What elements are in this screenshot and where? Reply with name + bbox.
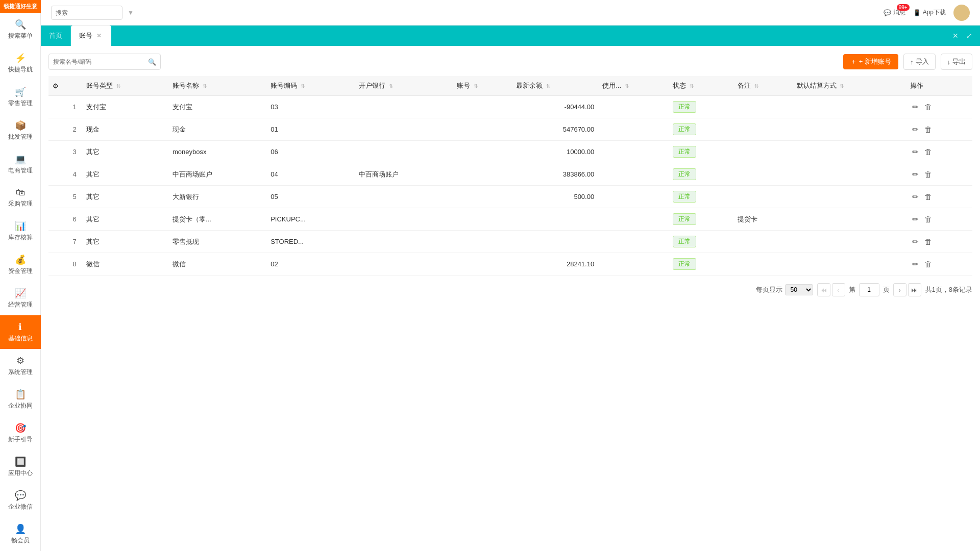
col-name[interactable]: 账号名称 ⇅ — [168, 76, 266, 96]
col-remark[interactable]: 备注 ⇅ — [733, 76, 793, 96]
row-settle — [793, 186, 906, 208]
add-account-button[interactable]: ＋ + 新增账号 — [843, 54, 898, 69]
delete-button[interactable]: 🗑 — [922, 191, 934, 202]
col-type-label: 账号类型 — [86, 82, 113, 89]
row-status: 正常 — [669, 253, 733, 276]
col-type[interactable]: 账号类型 ⇅ — [82, 76, 168, 96]
tab-close-all-icon[interactable]: ✕ — [950, 30, 961, 41]
delete-button[interactable]: 🗑 — [922, 124, 934, 135]
row-balance: -90444.00 — [512, 96, 598, 118]
sidebar-item-label: 快捷导航 — [8, 65, 33, 74]
topbar-search-input[interactable] — [51, 6, 122, 20]
sidebar-item-wechat[interactable]: 💬 企业微信 — [0, 484, 41, 517]
delete-button[interactable]: 🗑 — [922, 236, 934, 247]
edit-button[interactable]: ✏ — [910, 124, 921, 135]
delete-button[interactable]: 🗑 — [922, 259, 934, 269]
tab-expand-icon[interactable]: ⤢ — [964, 30, 975, 41]
col-gear[interactable]: ⚙ — [48, 76, 67, 96]
sidebar-item-label: 零售管理 — [8, 99, 33, 108]
table-row: 5 其它 大新银行 05 500.00 正常 ✏ 🗑 — [48, 186, 972, 208]
col-bank[interactable]: 开户银行 ⇅ — [355, 76, 453, 96]
edit-button[interactable]: ✏ — [910, 102, 921, 113]
row-account — [453, 186, 512, 208]
sidebar-item-label: 畅会员 — [11, 536, 30, 545]
sidebar-item-wholesale[interactable]: 📦 批发管理 — [0, 114, 41, 147]
sidebar-item-purchase[interactable]: 🛍 采购管理 — [0, 181, 41, 214]
row-type: 支付宝 — [82, 96, 168, 118]
page-next-button[interactable]: › — [893, 283, 906, 296]
row-code: 05 — [266, 186, 355, 208]
edit-button[interactable]: ✏ — [910, 169, 921, 180]
import-button[interactable]: ↑ 导入 — [903, 54, 936, 70]
delete-button[interactable]: 🗑 — [922, 214, 934, 224]
sidebar-item-agreement[interactable]: 📋 企业协同 — [0, 383, 41, 416]
sidebar-item-label: 企业协同 — [8, 402, 33, 410]
sidebar-item-appstore[interactable]: 🔲 应用中心 — [0, 450, 41, 484]
row-op: ✏ 🗑 — [906, 118, 972, 141]
page-first-button[interactable]: ⏮ — [817, 283, 830, 296]
sidebar-item-finance[interactable]: 💰 资金管理 — [0, 248, 41, 282]
col-code[interactable]: 账号编码 ⇅ — [266, 76, 355, 96]
page-last-button[interactable]: ⏭ — [908, 283, 921, 296]
col-settle[interactable]: 默认结算方式 ⇅ — [793, 76, 906, 96]
row-gear — [48, 208, 67, 231]
row-gear — [48, 163, 67, 186]
search-icon[interactable]: 🔍 — [148, 58, 156, 66]
edit-button[interactable]: ✏ — [910, 214, 921, 225]
wechat-icon: 💬 — [15, 490, 26, 501]
row-num: 8 — [67, 253, 82, 276]
tab-close-icon[interactable]: ✕ — [95, 32, 103, 39]
col-usage[interactable]: 使用... ⇅ — [598, 76, 669, 96]
edit-button[interactable]: ✏ — [910, 146, 921, 158]
tabbar-actions: ✕ ⤢ — [950, 30, 980, 41]
tab-home[interactable]: 首页 — [41, 26, 71, 46]
sidebar-item-system[interactable]: ⚙ 系统管理 — [0, 349, 41, 383]
col-status[interactable]: 状态 ⇅ — [669, 76, 733, 96]
sort-icon: ⇅ — [116, 83, 120, 89]
edit-button[interactable]: ✏ — [910, 191, 921, 203]
app-download-button[interactable]: 📱 App下载 — [913, 8, 946, 17]
sort-icon: ⇅ — [625, 83, 629, 89]
search-input[interactable] — [53, 58, 148, 65]
sidebar-item-retail[interactable]: 🛒 零售管理 — [0, 80, 41, 114]
page-prev-button[interactable]: ‹ — [832, 283, 845, 296]
tab-account[interactable]: 账号 ✕ — [71, 26, 111, 46]
sidebar-item-guide[interactable]: 🎯 新手引导 — [0, 416, 41, 450]
sort-icon: ⇅ — [840, 83, 844, 89]
dropdown-arrow-icon[interactable]: ▼ — [128, 9, 134, 16]
table-row: 3 其它 moneybosx 06 10000.00 正常 ✏ 🗑 — [48, 141, 972, 163]
page-end-label: 页 — [883, 285, 890, 294]
row-account — [453, 253, 512, 276]
user-avatar[interactable] — [953, 5, 970, 21]
app-download-label: App下载 — [923, 8, 946, 17]
row-op: ✏ 🗑 — [906, 186, 972, 208]
page-number-input[interactable] — [859, 283, 879, 296]
delete-button[interactable]: 🗑 — [922, 102, 934, 112]
sidebar-item-inventory[interactable]: 📊 库存核算 — [0, 214, 41, 248]
message-button[interactable]: 💬 消息 99+ — [884, 8, 905, 17]
sidebar-item-basic[interactable]: ℹ 基础信息 — [0, 315, 41, 349]
row-remark: 提货卡 — [733, 208, 793, 231]
sidebar-item-operations[interactable]: 📈 经营管理 — [0, 282, 41, 315]
export-button[interactable]: ↓ 导出 — [941, 54, 973, 70]
col-account[interactable]: 账号 ⇅ — [453, 76, 512, 96]
page-size-select[interactable]: 50 20 100 — [785, 284, 813, 295]
agreement-icon: 📋 — [15, 389, 26, 400]
sidebar-item-member[interactable]: 👤 畅会员 — [0, 517, 41, 551]
sidebar-item-search[interactable]: 🔍 搜索菜单 — [0, 13, 41, 46]
delete-button[interactable]: 🗑 — [922, 169, 934, 180]
inventory-icon: 📊 — [15, 220, 26, 232]
row-gear — [48, 231, 67, 253]
row-gear — [48, 118, 67, 141]
sidebar-item-quicknav[interactable]: ⚡ 快捷导航 — [0, 46, 41, 80]
edit-button[interactable]: ✏ — [910, 259, 921, 270]
row-remark — [733, 96, 793, 118]
row-type: 微信 — [82, 253, 168, 276]
sidebar-item-ecommerce[interactable]: 💻 电商管理 — [0, 147, 41, 181]
col-balance[interactable]: 最新余额 ⇅ — [512, 76, 598, 96]
finance-icon: 💰 — [15, 254, 26, 265]
delete-button[interactable]: 🗑 — [922, 146, 934, 157]
row-usage — [598, 208, 669, 231]
row-usage — [598, 96, 669, 118]
edit-button[interactable]: ✏ — [910, 236, 921, 247]
